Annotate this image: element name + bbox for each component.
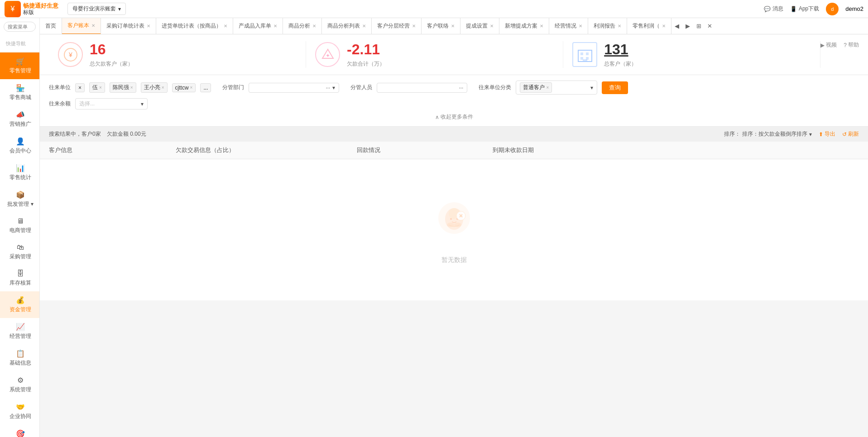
tab-improvement-settings[interactable]: 提成设置 ✕ (460, 18, 499, 34)
tab-customer-segment[interactable]: 客户分层经营 ✕ (372, 18, 422, 34)
tab-nav-expand[interactable]: ⊞ (693, 18, 704, 34)
stat-overdue-customers: ¥ 16 总欠款客户（家） (49, 41, 306, 68)
app-icon: 📱 (790, 6, 797, 12)
tab-close-inventory-stats[interactable]: ✕ (224, 24, 227, 28)
main-content: ¥ 16 总欠款客户（家） ✦ (40, 34, 868, 437)
sidebar-item-retail-mall[interactable]: 🏪 零售商城 (0, 79, 39, 106)
sidebar-item-ecom[interactable]: 🖥 电商管理 (0, 213, 39, 239)
refresh-icon: ↺ (842, 131, 847, 138)
overdue-amount-label: 欠款合计（万） (347, 60, 385, 68)
marketing-icon: 📣 (16, 110, 25, 119)
empty-state: 暂无数据 (40, 159, 868, 300)
industry-select[interactable]: 母婴行业演示账套 ▾ (67, 3, 126, 15)
app-download-btn[interactable]: 📱 App下载 (790, 5, 819, 13)
sidebar-item-corp-collab[interactable]: 🤝 企业协同 (0, 398, 39, 425)
tab-close-customer-segment[interactable]: ✕ (412, 24, 416, 28)
sidebar-search-area (0, 18, 39, 35)
person-select[interactable]: ··· (377, 83, 467, 93)
sidebar-item-member[interactable]: 👤 会员中心 (0, 133, 39, 159)
classification-select[interactable]: 普通客户 × ▾ (516, 81, 597, 95)
filter-more-tag[interactable]: ... (200, 83, 211, 92)
total-customers-label: 总客户（家） (604, 60, 637, 68)
balance-select[interactable]: 选择... ▾ (75, 98, 148, 109)
tab-close-ops-situation[interactable]: ✕ (579, 24, 582, 28)
sidebar-item-finance[interactable]: 💰 资金管理 (0, 291, 39, 318)
export-btn[interactable]: ⬆ 导出 (819, 130, 835, 138)
sidebar-item-batch-mgmt[interactable]: 📦 批发管理 ▾ (0, 186, 39, 213)
col-customer-info: 客户信息 (49, 146, 176, 154)
ops-icon: 📈 (16, 323, 25, 331)
sidebar-item-new-guide[interactable]: 🎯 新手引导 (0, 425, 39, 437)
balance-dropdown-icon: ▾ (141, 101, 144, 107)
person-label: 分管人员 (350, 84, 372, 91)
tab-close-purchase-order-stats[interactable]: ✕ (147, 24, 150, 28)
tab-bar: 首页 客户账本 ✕ 采购订单统计表 ✕ 进货单统计表（按商品） ✕ 产成品入库单… (40, 18, 868, 34)
tab-retail-profit[interactable]: 零售利润（ ✕ (627, 18, 671, 34)
tab-customer-contact[interactable]: 客户联络 ✕ (422, 18, 460, 34)
sidebar-item-label: 批发管理 ▾ (7, 200, 33, 208)
filter-tag-cjttcw-del[interactable]: × (190, 85, 193, 90)
user-avatar[interactable]: d (826, 3, 839, 15)
tab-purchase-order-stats[interactable]: 采购订单统计表 ✕ (101, 18, 156, 34)
tab-nav-prev[interactable]: ◀ (671, 18, 682, 34)
empty-icon (432, 195, 477, 249)
tab-product-analysis[interactable]: 商品分析 ✕ (283, 18, 322, 34)
tab-customer-book[interactable]: 客户账本 ✕ (62, 18, 101, 34)
tab-close-product-analysis-list[interactable]: ✕ (362, 24, 366, 28)
stat-total-customers: 131 总客户（家） (563, 41, 820, 68)
dept-select[interactable]: ··· ▾ (249, 83, 339, 93)
logo-area: ¥ 畅捷通好生意 标版 (5, 1, 58, 17)
new-guide-icon: 🎯 (16, 429, 25, 437)
svg-point-16 (454, 223, 461, 227)
tab-new-achievement[interactable]: 新增提成方案 ✕ (499, 18, 549, 34)
collapse-btn[interactable]: ∧ 收起更多条件 (435, 113, 473, 121)
video-help-btn[interactable]: ▶ 视频 (820, 41, 837, 49)
help-btn[interactable]: ? 帮助 (844, 41, 859, 49)
sidebar-item-ops[interactable]: 📈 经营管理 (0, 318, 39, 345)
sidebar-item-retail-mgmt[interactable]: 🛒 零售管理 (0, 52, 39, 79)
tab-close-customer-book[interactable]: ✕ (91, 23, 95, 28)
tab-close-retail-profit[interactable]: ✕ (662, 24, 666, 28)
sidebar-item-marketing[interactable]: 📣 营销推广 (0, 106, 39, 133)
tab-close-customer-contact[interactable]: ✕ (451, 24, 455, 28)
tab-profit-report[interactable]: 利润报告 ✕ (588, 18, 627, 34)
tab-close-product-analysis[interactable]: ✕ (312, 24, 316, 28)
tab-close-improvement-settings[interactable]: ✕ (490, 24, 494, 28)
tab-ops-situation[interactable]: 经营情况 ✕ (549, 18, 588, 34)
overdue-amount-icon: ✦ (315, 42, 340, 67)
sidebar-item-inventory[interactable]: 🗄 库存核算 (0, 265, 39, 291)
sidebar-item-sys[interactable]: ⚙ 系统管理 (0, 371, 39, 398)
chevron-up-icon: ∧ (435, 114, 439, 120)
message-btn[interactable]: 💬 消息 (764, 5, 783, 13)
tab-close-new-achievement[interactable]: ✕ (540, 24, 543, 28)
balance-label: 往来余额 (49, 100, 71, 108)
stat-overdue-amount: ✦ -2.11 欠款合计（万） (306, 41, 563, 68)
tab-close-profit-report[interactable]: ✕ (618, 24, 621, 28)
search-input[interactable] (4, 22, 36, 32)
filter-tag-wu-del[interactable]: × (99, 85, 102, 90)
tab-product-analysis-list[interactable]: 商品分析列表 ✕ (322, 18, 372, 34)
col-repayment: 回款情况 (357, 146, 493, 154)
tab-home[interactable]: 首页 (40, 18, 62, 34)
sidebar-item-retail-stats[interactable]: 📊 零售统计 (0, 159, 39, 186)
sidebar-item-label: 采购管理 (10, 253, 31, 261)
tab-nav-next[interactable]: ▶ (682, 18, 693, 34)
tab-product-instock[interactable]: 产成品入库单 ✕ (233, 18, 283, 34)
sort-select[interactable]: 排序： 排序：按欠款金额倒序排序 ▾ (724, 130, 812, 138)
tab-close-product-instock[interactable]: ✕ (273, 24, 277, 28)
dropdown-icon: ▾ (118, 6, 121, 12)
sidebar-item-basic-info[interactable]: 📋 基础信息 (0, 345, 39, 371)
classification-tag-del[interactable]: × (546, 85, 549, 90)
dept-label: 分管部门 (222, 84, 244, 91)
refresh-btn[interactable]: ↺ 刷新 (842, 130, 859, 138)
svg-point-15 (447, 223, 454, 227)
tab-nav-close-all[interactable]: ✕ (704, 18, 715, 34)
filter-tag-chen-del[interactable]: × (130, 85, 133, 90)
result-actions: 排序： 排序：按欠款金额倒序排序 ▾ ⬆ 导出 ↺ 刷新 (724, 130, 859, 138)
filter-tag-wang-del[interactable]: × (162, 85, 164, 90)
tab-inventory-stats[interactable]: 进货单统计表（按商品） ✕ (156, 18, 233, 34)
svg-rect-5 (580, 52, 583, 55)
sidebar-item-purchase[interactable]: 🛍 采购管理 (0, 239, 39, 265)
query-button[interactable]: 查询 (602, 81, 628, 94)
filter-tag-chen: 陈民强 × (110, 82, 136, 93)
